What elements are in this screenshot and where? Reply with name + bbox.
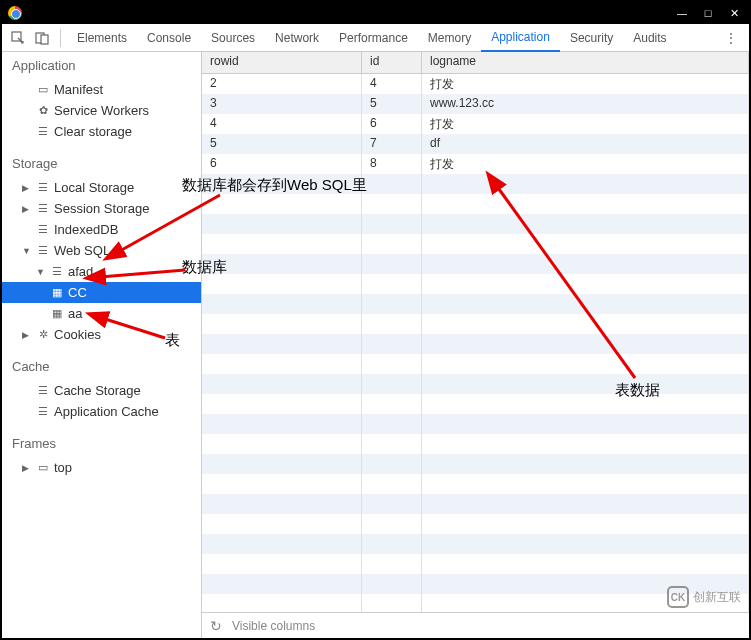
sidebar-item-indexeddb[interactable]: ☰IndexedDB xyxy=(2,219,201,240)
sidebar-item-local-storage[interactable]: ▶☰Local Storage xyxy=(2,177,201,198)
watermark-text: 创新互联 xyxy=(693,589,741,606)
table-row xyxy=(202,374,749,394)
table-row[interactable]: 46打发 xyxy=(202,114,749,134)
table-row[interactable]: 35www.123.cc xyxy=(202,94,749,114)
section-cache: Cache xyxy=(2,353,201,380)
devtools-tabbar: Elements Console Sources Network Perform… xyxy=(2,24,749,52)
table-row xyxy=(202,534,749,554)
table-icon: ▦ xyxy=(50,286,64,300)
watermark-logo: CK xyxy=(667,586,689,608)
tab-network[interactable]: Network xyxy=(265,24,329,52)
table-row[interactable]: 24打发 xyxy=(202,74,749,94)
svg-rect-2 xyxy=(41,35,48,44)
table-row xyxy=(202,474,749,494)
table-row xyxy=(202,354,749,374)
refresh-icon[interactable]: ↻ xyxy=(210,618,222,634)
more-menu-icon[interactable]: ⋮ xyxy=(717,31,745,45)
tab-console[interactable]: Console xyxy=(137,24,201,52)
table-row xyxy=(202,214,749,234)
table-row xyxy=(202,194,749,214)
window-titlebar xyxy=(2,2,749,24)
table-body: 24打发35www.123.cc46打发57df68打发 xyxy=(202,74,749,612)
sidebar-item-service-workers[interactable]: ✿Service Workers xyxy=(2,100,201,121)
chrome-icon xyxy=(8,6,22,20)
table-row xyxy=(202,294,749,314)
tab-elements[interactable]: Elements xyxy=(67,24,137,52)
tab-memory[interactable]: Memory xyxy=(418,24,481,52)
table-row xyxy=(202,414,749,434)
table-row xyxy=(202,394,749,414)
device-icon[interactable] xyxy=(34,30,50,46)
database-icon: ☰ xyxy=(36,223,50,237)
inspect-icon[interactable] xyxy=(10,30,26,46)
watermark: CK 创新互联 xyxy=(667,586,741,608)
tab-sources[interactable]: Sources xyxy=(201,24,265,52)
cookie-icon: ✲ xyxy=(36,328,50,342)
close-button[interactable] xyxy=(721,4,747,22)
table-row xyxy=(202,234,749,254)
frame-icon: ▭ xyxy=(36,461,50,475)
table-row xyxy=(202,174,749,194)
column-id[interactable]: id xyxy=(362,52,422,73)
table-row xyxy=(202,314,749,334)
table-header: rowid id logname xyxy=(202,52,749,74)
minimize-button[interactable] xyxy=(669,4,695,22)
document-icon: ▭ xyxy=(36,83,50,97)
table-row xyxy=(202,514,749,534)
table-row xyxy=(202,274,749,294)
sidebar-item-top-frame[interactable]: ▶▭top xyxy=(2,457,201,478)
database-icon: ☰ xyxy=(36,125,50,139)
database-icon: ☰ xyxy=(36,244,50,258)
sidebar-item-table-cc[interactable]: ▦CC xyxy=(2,282,201,303)
section-frames: Frames xyxy=(2,430,201,457)
tab-security[interactable]: Security xyxy=(560,24,623,52)
table-row xyxy=(202,334,749,354)
storage-icon: ☰ xyxy=(36,405,50,419)
gear-icon: ✿ xyxy=(36,104,50,118)
tab-performance[interactable]: Performance xyxy=(329,24,418,52)
maximize-button[interactable] xyxy=(695,4,721,22)
table-row xyxy=(202,434,749,454)
section-storage: Storage xyxy=(2,150,201,177)
table-row xyxy=(202,554,749,574)
database-icon: ☰ xyxy=(50,265,64,279)
sidebar-item-session-storage[interactable]: ▶☰Session Storage xyxy=(2,198,201,219)
sidebar-item-cookies[interactable]: ▶✲Cookies xyxy=(2,324,201,345)
table-row[interactable]: 68打发 xyxy=(202,154,749,174)
tab-application[interactable]: Application xyxy=(481,24,560,52)
content-panel: rowid id logname 24打发35www.123.cc46打发57d… xyxy=(202,52,749,638)
sidebar-item-manifest[interactable]: ▭Manifest xyxy=(2,79,201,100)
visible-columns-label[interactable]: Visible columns xyxy=(232,619,315,633)
column-rowid[interactable]: rowid xyxy=(202,52,362,73)
tab-audits[interactable]: Audits xyxy=(623,24,676,52)
sidebar-item-cache-storage[interactable]: ☰Cache Storage xyxy=(2,380,201,401)
table-row[interactable]: 57df xyxy=(202,134,749,154)
table-row xyxy=(202,254,749,274)
storage-icon: ☰ xyxy=(36,202,50,216)
statusbar: ↻ Visible columns xyxy=(202,612,749,638)
storage-icon: ☰ xyxy=(36,181,50,195)
sidebar-item-web-sql[interactable]: ▼☰Web SQL xyxy=(2,240,201,261)
database-icon: ☰ xyxy=(36,384,50,398)
application-sidebar: Application ▭Manifest ✿Service Workers ☰… xyxy=(2,52,202,638)
sidebar-item-clear-storage[interactable]: ☰Clear storage xyxy=(2,121,201,142)
sidebar-item-table-aa[interactable]: ▦aa xyxy=(2,303,201,324)
sidebar-item-application-cache[interactable]: ☰Application Cache xyxy=(2,401,201,422)
table-row xyxy=(202,454,749,474)
section-application: Application xyxy=(2,52,201,79)
sidebar-item-db-afad[interactable]: ▼☰afad xyxy=(2,261,201,282)
table-icon: ▦ xyxy=(50,307,64,321)
table-row xyxy=(202,494,749,514)
column-logname[interactable]: logname xyxy=(422,52,749,73)
